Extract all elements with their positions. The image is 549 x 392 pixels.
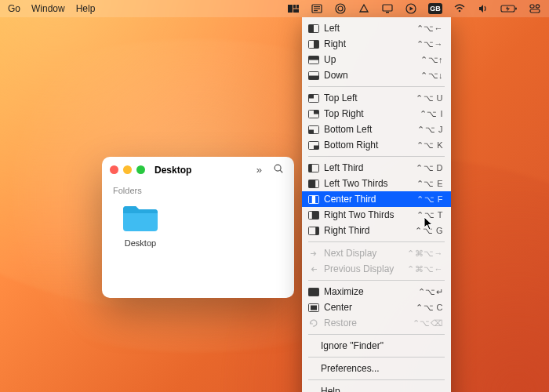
menu-item-right-third[interactable]: Right Third⌃⌥ G [302, 223, 451, 238]
res-icon [308, 319, 319, 328]
menu-item-label: Center Third [324, 194, 416, 205]
menu-item-center-third[interactable]: Center Third⌃⌥ F [302, 191, 451, 207]
svg-rect-3 [293, 9, 299, 13]
wifi-icon[interactable] [453, 2, 466, 15]
max-icon [308, 288, 319, 296]
menubar-window[interactable]: Window [31, 3, 65, 14]
svg-rect-10 [383, 5, 392, 11]
menu-separator [308, 241, 445, 242]
menu-item-label: Right [324, 38, 416, 49]
cen-icon [308, 303, 319, 312]
svg-rect-0 [288, 5, 293, 13]
right-icon [308, 40, 319, 49]
svg-rect-26 [309, 56, 319, 60]
menu-item-center[interactable]: Center⌃⌥ C [302, 299, 451, 315]
close-button[interactable] [110, 165, 118, 174]
volume-icon[interactable] [477, 2, 489, 15]
menu-item-top-right[interactable]: Top Right⌃⌥ I [302, 106, 451, 122]
menu-item-maximize[interactable]: Maximize⌃⌥↵ [302, 284, 451, 299]
menu-item-shortcut: ⌃⌥ C [416, 303, 443, 313]
menu-item-shortcut: ⌃⌥ U [416, 93, 443, 103]
svg-point-19 [274, 165, 281, 171]
svg-rect-40 [309, 180, 316, 187]
menu-item-shortcut: ⌃⌘⌥← [407, 264, 443, 274]
menu-item-shortcut: ⌃⌥ K [416, 140, 443, 151]
menu-item-right-two-thirds[interactable]: Right Two Thirds⌃⌥ T [302, 207, 451, 223]
svg-rect-5 [314, 6, 320, 7]
svg-rect-32 [314, 110, 319, 114]
menu-item-shortcut: ⌃⌥ T [416, 210, 443, 220]
lt-icon [308, 164, 319, 172]
l2t-icon [308, 180, 319, 188]
menu-item-label: Center [324, 302, 416, 313]
menu-item-shortcut: ⌃⌥← [416, 24, 444, 34]
layout-menubar-icon[interactable] [311, 2, 323, 15]
cc-menubar-icon[interactable] [334, 2, 347, 15]
menu-separator [308, 379, 445, 380]
menu-separator [308, 156, 445, 157]
down-icon [308, 71, 319, 80]
svg-line-20 [280, 170, 282, 172]
rectangle-menubar-icon[interactable] [287, 2, 300, 15]
menu-item-restore: Restore⌃⌥⌫ [302, 315, 451, 331]
menu-item-left[interactable]: Left⌃⌥← [302, 20, 451, 36]
menu-item-label: Help [321, 386, 443, 392]
toolbar-overflow-icon[interactable]: » [254, 164, 264, 176]
control-center-icon[interactable] [529, 2, 541, 15]
menu-item-label: Preferences... [321, 363, 443, 374]
menubar-help[interactable]: Help [76, 3, 96, 14]
triangle-menubar-icon[interactable] [358, 2, 370, 15]
svg-rect-48 [309, 288, 319, 296]
zoom-button[interactable] [136, 165, 145, 174]
menubar-go[interactable]: Go [8, 3, 20, 14]
finder-window[interactable]: Desktop » Folders Desktop [102, 157, 294, 298]
left-icon [308, 24, 319, 33]
menu-item-preferences[interactable]: Preferences... [302, 361, 451, 376]
menu-item-shortcut: ⌃⌘⌥→ [407, 249, 443, 259]
svg-rect-18 [530, 9, 540, 13]
menu-item-label: Down [324, 70, 420, 81]
minimize-button[interactable] [123, 165, 132, 174]
svg-rect-46 [315, 227, 318, 234]
menu-item-shortcut: ⌃⌥↓ [420, 71, 443, 81]
menu-item-help[interactable]: Help [302, 383, 451, 392]
menu-item-shortcut: ⌃⌥ I [420, 109, 443, 119]
folder-desktop[interactable]: Desktop [113, 201, 168, 248]
menu-item-label: Top Left [324, 93, 416, 103]
menu-item-down[interactable]: Down⌃⌥↓ [302, 67, 451, 83]
svg-rect-24 [314, 40, 319, 48]
display-menubar-icon[interactable] [381, 2, 394, 15]
menu-separator [308, 334, 445, 335]
menu-item-left-two-thirds[interactable]: Left Two Thirds⌃⌥ E [302, 176, 451, 191]
menu-item-top-left[interactable]: Top Left⌃⌥ U [302, 90, 451, 106]
menu-item-left-third[interactable]: Left Third⌃⌥ D [302, 160, 451, 176]
svg-rect-22 [309, 24, 314, 32]
menu-item-bottom-right[interactable]: Bottom Right⌃⌥ K [302, 137, 451, 153]
svg-rect-44 [312, 211, 319, 219]
menu-item-label: Right Two Thirds [324, 209, 416, 220]
menu-item-up[interactable]: Up⌃⌥↑ [302, 52, 451, 67]
finder-titlebar[interactable]: Desktop » [102, 157, 294, 183]
svg-rect-7 [314, 10, 318, 11]
tl-icon [308, 94, 319, 103]
input-source-badge[interactable]: GB [428, 3, 442, 14]
svg-rect-34 [309, 129, 314, 133]
menu-item-shortcut: ⌃⌥ J [417, 125, 443, 135]
menu-item-shortcut: ⌃⌥ E [416, 179, 443, 189]
menu-item-previous-display: Previous Display⌃⌘⌥← [302, 261, 451, 277]
play-menubar-icon[interactable] [405, 2, 417, 15]
search-icon[interactable] [271, 163, 286, 176]
svg-point-13 [459, 10, 461, 13]
menubar: Go Window Help GB [0, 0, 549, 17]
r2t-icon [308, 211, 319, 220]
tr-icon [308, 110, 319, 118]
battery-icon[interactable] [500, 2, 518, 15]
svg-point-8 [336, 4, 345, 13]
pd-icon [308, 265, 319, 274]
menu-item-right[interactable]: Right⌃⌥→ [302, 36, 451, 52]
svg-point-17 [536, 5, 539, 8]
section-header: Folders [102, 183, 294, 198]
menu-item-ignore-finder[interactable]: Ignore "Finder" [302, 338, 451, 354]
menu-item-bottom-left[interactable]: Bottom Left⌃⌥ J [302, 122, 451, 137]
menu-item-label: Previous Display [324, 263, 407, 274]
